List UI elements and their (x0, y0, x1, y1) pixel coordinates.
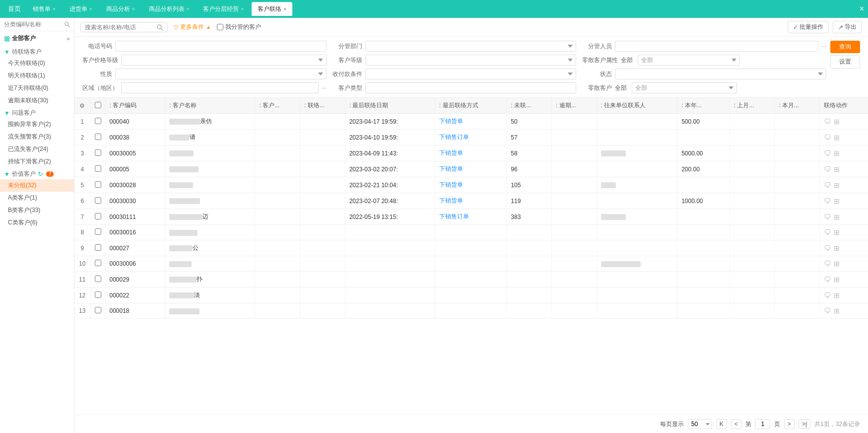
phone-action-icon[interactable]: 🗨 (824, 291, 831, 299)
manager-dots-button[interactable]: ··· (821, 43, 826, 50)
grid-action-icon[interactable]: ⊞ (834, 244, 840, 252)
sidebar-item-class-b[interactable]: B类客户(33) (0, 204, 74, 216)
phone-action-icon[interactable]: 🗨 (824, 134, 831, 142)
grid-action-icon[interactable]: ⊞ (834, 149, 840, 157)
checkbox-column-header[interactable] (90, 98, 105, 114)
main-search-icon[interactable] (156, 24, 163, 31)
price-level-select[interactable] (121, 55, 327, 66)
customer-type-input[interactable] (365, 82, 577, 93)
customer-level-select[interactable] (365, 55, 577, 66)
sidebar-item-ungroup[interactable]: 未分组(32) (0, 179, 74, 192)
row-checkbox-cell[interactable] (90, 303, 105, 319)
close-tab-icon[interactable]: × (53, 6, 56, 12)
row-checkbox[interactable] (95, 244, 101, 251)
sidebar-item-declining-customers[interactable]: 持续下滑客户(2) (0, 155, 74, 168)
phone-action-icon[interactable]: 🗨 (824, 213, 831, 221)
export-button[interactable]: ↗ 导出 (833, 21, 862, 33)
row-checkbox-cell[interactable] (90, 209, 105, 225)
grid-action-icon[interactable]: ⊞ (834, 181, 840, 189)
settings-button[interactable]: 设置 (830, 55, 860, 69)
manager-input[interactable] (615, 41, 818, 52)
phone-action-icon[interactable]: 🗨 (824, 307, 831, 315)
sidebar-collapse-button[interactable]: « (67, 35, 70, 42)
phone-input[interactable] (115, 41, 327, 52)
row-checkbox[interactable] (95, 291, 101, 298)
row-checkbox-cell[interactable] (90, 114, 105, 130)
my-customers-check[interactable] (217, 24, 223, 30)
grid-action-icon[interactable]: ⊞ (834, 213, 840, 221)
grid-action-icon[interactable]: ⊞ (834, 276, 840, 284)
row-checkbox-cell[interactable] (90, 161, 105, 177)
query-button[interactable]: 查询 (830, 41, 860, 53)
prev-page-button[interactable]: < (731, 419, 741, 429)
phone-action-icon[interactable]: 🗨 (824, 181, 831, 189)
row-checkbox-cell[interactable] (90, 145, 105, 161)
next-page-button[interactable]: > (784, 419, 795, 429)
batch-operation-button[interactable]: ✓ 批量操作 (788, 21, 829, 33)
sidebar-item-today-pending[interactable]: 今天待联络(0) (0, 57, 74, 70)
first-page-button[interactable]: K (716, 419, 727, 429)
row-checkbox[interactable] (95, 197, 101, 204)
close-tab-icon[interactable]: × (89, 6, 92, 12)
phone-action-icon[interactable]: 🗨 (824, 197, 831, 205)
sidebar-item-tomorrow-pending[interactable]: 明天待联络(1) (0, 70, 74, 82)
row-checkbox[interactable] (95, 307, 101, 313)
last-method-link[interactable]: 下销货单 (439, 149, 463, 156)
sidebar-item-hoarding-abnormal[interactable]: 囤购异常客户(2) (0, 118, 74, 131)
close-tab-icon[interactable]: × (283, 6, 286, 12)
row-checkbox[interactable] (95, 134, 101, 140)
grid-action-icon[interactable]: ⊞ (834, 118, 840, 126)
phone-action-icon[interactable]: 🗨 (824, 118, 831, 126)
row-checkbox-cell[interactable] (90, 240, 105, 256)
close-tab-icon[interactable]: × (132, 6, 135, 12)
problem-customers-group[interactable]: ▼ 问题客户 (0, 107, 74, 118)
tab-customer-contact[interactable]: 客户联络 × (252, 2, 292, 16)
row-checkbox-cell[interactable] (90, 177, 105, 193)
more-conditions-button[interactable]: ▽ 更多条件 ▲ (174, 23, 211, 31)
my-customers-checkbox[interactable]: 我分管的客户 (217, 23, 261, 31)
grid-action-icon[interactable]: ⊞ (834, 291, 840, 299)
row-checkbox-cell[interactable] (90, 272, 105, 288)
status-select[interactable] (615, 69, 826, 79)
sidebar-item-7days-pending[interactable]: 近7天待联络(0) (0, 82, 74, 94)
sidebar-item-lost-customers[interactable]: 已流失客户(24) (0, 143, 74, 155)
phone-action-icon[interactable]: 🗨 (824, 228, 831, 236)
row-checkbox[interactable] (95, 118, 101, 124)
close-tab-icon[interactable]: × (241, 6, 244, 12)
close-all-tabs-button[interactable]: × (860, 4, 864, 13)
row-checkbox-cell[interactable] (90, 225, 105, 240)
tab-product-analysis[interactable]: 商品分析 × (100, 2, 141, 16)
department-select[interactable] (365, 41, 577, 52)
phone-action-icon[interactable]: 🗨 (824, 276, 831, 284)
last-page-button[interactable]: >| (799, 419, 810, 429)
sidebar-search-input[interactable] (4, 21, 62, 28)
sidebar-item-overdue-contact[interactable]: 逾期未联络(30) (0, 94, 74, 107)
value-customers-group[interactable]: ▼ 价值客户 ↻ 7 (0, 168, 74, 179)
phone-action-icon[interactable]: 🗨 (824, 165, 831, 173)
sidebar-item-loss-warning[interactable]: 流失预警客户(3) (0, 131, 74, 143)
tab-purchase-order[interactable]: 进货单 × (64, 2, 98, 16)
last-method-link[interactable]: 下销售订单 (439, 134, 469, 141)
row-checkbox[interactable] (95, 260, 101, 266)
retail-attr-select[interactable]: 全部 (638, 55, 740, 66)
row-checkbox-cell[interactable] (90, 256, 105, 272)
sidebar-item-class-a[interactable]: A类客户(1) (0, 192, 74, 204)
last-method-link[interactable]: 下销货单 (439, 165, 463, 172)
page-size-select[interactable]: 20 50 100 (688, 419, 712, 429)
refresh-icon[interactable]: ↻ (38, 170, 43, 178)
payment-terms-select[interactable] (365, 69, 577, 79)
tab-product-analysis-list[interactable]: 商品分析列表 × (143, 2, 196, 16)
main-search-input[interactable] (85, 24, 154, 31)
tab-customer-segmentation[interactable]: 客户分层经营 × (197, 2, 250, 16)
grid-action-icon[interactable]: ⊞ (834, 307, 840, 315)
current-page-input[interactable] (755, 419, 770, 429)
settings-icon[interactable]: ⚙ (79, 102, 85, 109)
row-checkbox[interactable] (95, 181, 101, 188)
row-checkbox-cell[interactable] (90, 130, 105, 145)
pending-contact-group[interactable]: ▼ 待联络客户 (0, 46, 74, 57)
last-method-link[interactable]: 下销售订单 (439, 213, 469, 220)
sidebar-item-class-c[interactable]: C类客户(6) (0, 216, 74, 229)
grid-action-icon[interactable]: ⊞ (834, 134, 840, 142)
home-tab[interactable]: 首页 (4, 4, 25, 13)
nature-select[interactable] (115, 69, 327, 79)
